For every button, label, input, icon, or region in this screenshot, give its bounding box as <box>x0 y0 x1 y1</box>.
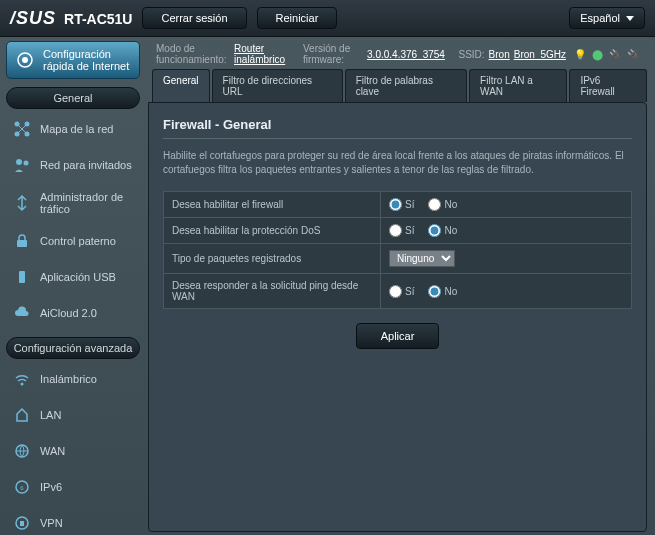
cloud-icon <box>12 303 32 323</box>
svg-point-1 <box>22 57 28 63</box>
panel-firewall-general: Firewall - General Habilite el cortafueg… <box>148 102 647 532</box>
wifi-icon <box>12 369 32 389</box>
sidebar-item-traffic-manager[interactable]: Administrador de tráfico <box>6 185 140 221</box>
svg-rect-9 <box>19 271 25 283</box>
radio-yes[interactable]: Sí <box>389 285 414 298</box>
svg-rect-15 <box>20 521 24 526</box>
radio-no[interactable]: No <box>428 224 457 237</box>
svg-rect-8 <box>17 240 27 247</box>
infobar: Modo de funcionamiento: Router inalámbri… <box>148 41 647 69</box>
tabs: General Filtro de direcciones URL Filtro… <box>148 69 647 102</box>
ipv6-icon: 6 <box>12 477 32 497</box>
sidebar-item-label: Administrador de tráfico <box>40 191 134 215</box>
radio-no[interactable]: No <box>428 198 457 211</box>
vpn-icon <box>12 513 32 533</box>
usb-status-icon[interactable]: 🔌 <box>609 49 621 60</box>
usb2-status-icon[interactable]: 🔌 <box>627 49 639 60</box>
ssid-label: SSID: <box>458 49 484 60</box>
svg-point-10 <box>21 383 24 386</box>
panel-title: Firewall - General <box>163 117 632 132</box>
sidebar-item-label: Mapa de la red <box>40 123 113 135</box>
sidebar-item-label: WAN <box>40 445 65 457</box>
sidebar-item-network-map[interactable]: Mapa de la red <box>6 113 140 145</box>
chevron-down-icon <box>626 16 634 21</box>
row-packet-type: Tipo de paquetes registrados Ninguno <box>164 244 632 274</box>
tab-general[interactable]: General <box>152 69 210 102</box>
sidebar-item-label: LAN <box>40 409 61 421</box>
settings-table: Desea habilitar el firewall Sí No Desea … <box>163 191 632 309</box>
tab-lan-wan-filter[interactable]: Filtro LAN a WAN <box>469 69 567 102</box>
sidebar-item-wan[interactable]: WAN <box>6 435 140 467</box>
link-icon[interactable]: ⬤ <box>592 49 603 60</box>
topbar: /SUS RT-AC51U Cerrar sesión Reiniciar Es… <box>0 0 655 37</box>
qis-button[interactable]: Configuración rápida de Internet <box>6 41 140 79</box>
qis-label: Configuración rápida de Internet <box>43 48 131 72</box>
ssid-1[interactable]: Bron <box>489 49 510 60</box>
sidebar-item-lan[interactable]: LAN <box>6 399 140 431</box>
panel-description: Habilite el cortafuegos para proteger su… <box>163 149 632 177</box>
sidebar-item-label: Control paterno <box>40 235 116 247</box>
tab-ipv6-firewall[interactable]: IPv6 Firewall <box>569 69 647 102</box>
sidebar-item-vpn[interactable]: VPN <box>6 507 140 535</box>
language-selector[interactable]: Español <box>569 7 645 29</box>
guest-network-icon <box>12 155 32 175</box>
row-label: Tipo de paquetes registrados <box>164 244 381 274</box>
sidebar-item-label: Red para invitados <box>40 159 132 171</box>
sidebar-item-label: VPN <box>40 517 63 529</box>
logout-button[interactable]: Cerrar sesión <box>142 7 246 29</box>
section-general: General <box>6 87 140 109</box>
tab-url-filter[interactable]: Filtro de direcciones URL <box>212 69 343 102</box>
bulb-icon[interactable]: 💡 <box>574 49 586 60</box>
brand-logo: /SUS <box>10 8 56 29</box>
lock-icon <box>12 231 32 251</box>
mode-value[interactable]: Router inalámbrico <box>234 43 289 65</box>
mode-label: Modo de funcionamiento: <box>156 43 230 65</box>
gear-globe-icon <box>15 50 35 70</box>
sidebar-item-label: IPv6 <box>40 481 62 493</box>
sidebar-item-label: Aplicación USB <box>40 271 116 283</box>
section-advanced: Configuración avanzada <box>6 337 140 359</box>
tab-keyword-filter[interactable]: Filtro de palabras clave <box>345 69 467 102</box>
row-enable-dos: Desea habilitar la protección DoS Sí No <box>164 218 632 244</box>
packet-type-select[interactable]: Ninguno <box>389 250 455 267</box>
status-icons: 💡 ⬤ 🔌 🔌 <box>574 49 639 60</box>
model-name: RT-AC51U <box>64 11 132 27</box>
sidebar: Configuración rápida de Internet General… <box>0 37 144 535</box>
row-label: Desea responder a la solicitud ping desd… <box>164 274 381 309</box>
radio-no[interactable]: No <box>428 285 457 298</box>
svg-point-7 <box>24 161 29 166</box>
content: Modo de funcionamiento: Router inalámbri… <box>144 37 655 535</box>
sidebar-item-parental-control[interactable]: Control paterno <box>6 225 140 257</box>
sidebar-item-aicloud[interactable]: AiCloud 2.0 <box>6 297 140 329</box>
apply-button[interactable]: Aplicar <box>356 323 440 349</box>
svg-point-6 <box>16 159 22 165</box>
sidebar-item-wireless[interactable]: Inalámbrico <box>6 363 140 395</box>
language-label: Español <box>580 12 620 24</box>
radio-yes[interactable]: Sí <box>389 224 414 237</box>
brand: /SUS RT-AC51U <box>10 8 132 29</box>
usb-icon <box>12 267 32 287</box>
globe-icon <box>12 441 32 461</box>
ssid-2[interactable]: Bron_5GHz <box>514 49 566 60</box>
row-label: Desea habilitar la protección DoS <box>164 218 381 244</box>
row-enable-firewall: Desea habilitar el firewall Sí No <box>164 192 632 218</box>
sidebar-item-ipv6[interactable]: 6 IPv6 <box>6 471 140 503</box>
row-ping-wan: Desea responder a la solicitud ping desd… <box>164 274 632 309</box>
traffic-icon <box>12 193 32 213</box>
sidebar-item-guest-network[interactable]: Red para invitados <box>6 149 140 181</box>
sidebar-item-label: Inalámbrico <box>40 373 97 385</box>
sidebar-item-usb-app[interactable]: Aplicación USB <box>6 261 140 293</box>
fw-label: Versión de firmware: <box>303 43 363 65</box>
lan-icon <box>12 405 32 425</box>
reboot-button[interactable]: Reiniciar <box>257 7 338 29</box>
fw-value[interactable]: 3.0.0.4.376_3754 <box>367 49 445 60</box>
sidebar-item-label: AiCloud 2.0 <box>40 307 97 319</box>
svg-text:6: 6 <box>20 485 24 491</box>
network-map-icon <box>12 119 32 139</box>
row-label: Desea habilitar el firewall <box>164 192 381 218</box>
radio-yes[interactable]: Sí <box>389 198 414 211</box>
